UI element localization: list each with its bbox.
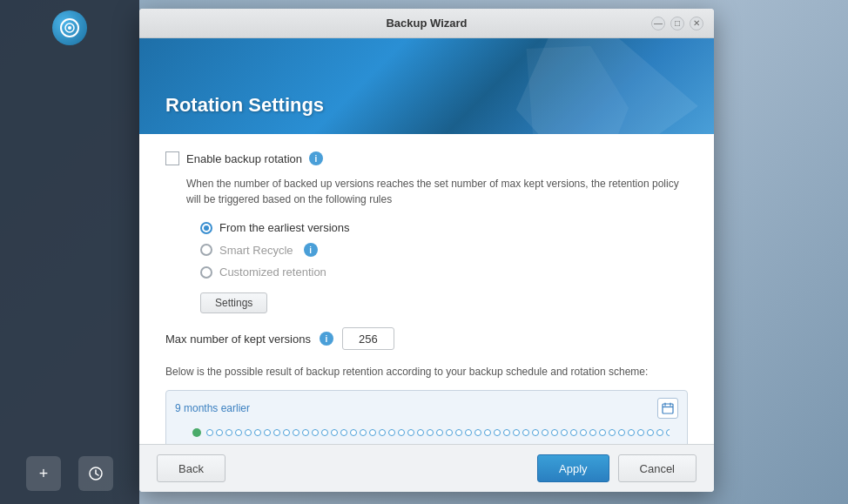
timeline-dot <box>589 429 596 436</box>
timeline-dots-container <box>192 428 670 437</box>
radio-smart-row[interactable]: Smart Recycle i <box>200 243 688 257</box>
window-maximize-button[interactable]: □ <box>670 17 684 30</box>
timeline-dot <box>245 429 252 436</box>
timeline-dot <box>216 429 223 436</box>
timeline-dot <box>331 429 338 436</box>
window-title: Backup Wizard <box>202 17 651 30</box>
calendar-icon[interactable] <box>657 398 678 419</box>
taskbar-actions: + <box>0 456 139 491</box>
svg-point-2 <box>68 26 71 30</box>
timeline-dot <box>379 429 386 436</box>
timeline-dot <box>628 429 635 436</box>
timeline-dot <box>417 429 424 436</box>
timeline-dot <box>340 429 347 436</box>
timeline-dot <box>656 429 663 436</box>
timeline-dot <box>484 429 491 436</box>
enable-rotation-info-icon[interactable]: i <box>309 151 323 165</box>
backup-wizard-window: Backup Wizard — □ ✕ Rotation Settings En… <box>139 9 714 492</box>
radio-options-group: From the earliest versions Smart Recycle… <box>200 221 688 279</box>
svg-rect-4 <box>663 404 673 413</box>
timeline-dot <box>609 429 616 436</box>
back-button[interactable]: Back <box>157 454 225 482</box>
timeline-dot <box>580 429 587 436</box>
timeline-dot <box>637 429 644 436</box>
timeline-dot <box>321 429 328 436</box>
timeline-dot <box>570 429 577 436</box>
timeline-dot <box>254 429 261 436</box>
timeline-dot <box>465 429 472 436</box>
timeline-dot <box>235 429 242 436</box>
title-bar: Backup Wizard — □ ✕ <box>139 9 714 38</box>
timeline-dot <box>293 429 299 436</box>
timeline-section: 9 months earlier <box>165 390 688 444</box>
timeline-dot <box>522 429 529 436</box>
timeline-label: 9 months earlier <box>175 402 250 414</box>
rotation-description: When the number of backed up versions re… <box>186 176 688 207</box>
add-button[interactable]: + <box>26 456 61 491</box>
max-versions-label: Max number of kept versions <box>165 333 311 346</box>
window-controls: — □ ✕ <box>651 17 703 30</box>
radio-customized-button[interactable] <box>200 266 212 279</box>
apply-button[interactable]: Apply <box>537 454 609 482</box>
max-versions-info-icon[interactable]: i <box>320 332 333 346</box>
radio-smart-label: Smart Recycle <box>219 244 293 257</box>
cancel-button[interactable]: Cancel <box>618 454 697 482</box>
timeline-dot <box>312 429 319 436</box>
timeline-dot <box>446 429 453 436</box>
timeline-start-marker <box>192 428 201 437</box>
timeline-dot <box>503 429 510 436</box>
timeline-dot <box>513 429 520 436</box>
timeline-dot <box>398 429 405 436</box>
taskbar: + <box>0 0 139 504</box>
timeline-dot <box>369 429 376 436</box>
max-versions-input[interactable] <box>342 327 394 350</box>
history-button[interactable] <box>78 456 113 491</box>
timeline-dot <box>283 429 290 436</box>
timeline-dot <box>407 429 414 436</box>
timeline-dot <box>666 429 670 436</box>
footer: Back Apply Cancel <box>139 444 714 492</box>
window-minimize-button[interactable]: — <box>651 17 665 30</box>
header-banner: Rotation Settings <box>139 38 714 134</box>
page-title: Rotation Settings <box>165 94 324 117</box>
timeline-dot <box>532 429 539 436</box>
timeline-track <box>175 424 678 441</box>
timeline-dot <box>599 429 606 436</box>
timeline-header: 9 months earlier <box>175 398 678 419</box>
radio-customized-label: Customized retention <box>219 265 326 279</box>
timeline-dot <box>455 429 462 436</box>
timeline-dot <box>427 429 434 436</box>
enable-rotation-checkbox[interactable] <box>165 151 179 165</box>
content-area: Enable backup rotation i When the number… <box>139 134 714 444</box>
radio-customized-row[interactable]: Customized retention <box>200 265 688 279</box>
timeline-dot <box>436 429 443 436</box>
timeline-dot <box>350 429 357 436</box>
window-close-button[interactable]: ✕ <box>690 17 703 30</box>
timeline-dot <box>206 429 213 436</box>
timeline-dot <box>302 429 309 436</box>
below-description: Below is the possible result of backup r… <box>165 364 688 380</box>
enable-rotation-label: Enable backup rotation <box>186 152 302 165</box>
timeline-dots-row <box>206 429 670 436</box>
timeline-dot <box>551 429 558 436</box>
timeline-dot <box>542 429 549 436</box>
timeline-dot <box>618 429 625 436</box>
smart-recycle-info-icon[interactable]: i <box>304 243 318 257</box>
timeline-dot <box>561 429 568 436</box>
desktop: + Backup Wizard — □ ✕ Rotation Settings <box>0 0 848 504</box>
radio-earliest-button[interactable] <box>200 222 212 234</box>
timeline-dot <box>360 429 367 436</box>
timeline-dot <box>474 429 481 436</box>
radio-earliest-label: From the earliest versions <box>219 221 350 234</box>
timeline-dot <box>388 429 395 436</box>
enable-rotation-row: Enable backup rotation i <box>165 151 688 165</box>
footer-right-actions: Apply Cancel <box>537 454 697 482</box>
timeline-dot <box>225 429 232 436</box>
settings-button[interactable]: Settings <box>200 292 267 313</box>
max-versions-row: Max number of kept versions i <box>165 327 688 350</box>
timeline-dot <box>273 429 280 436</box>
radio-earliest-row[interactable]: From the earliest versions <box>200 221 688 234</box>
radio-smart-button[interactable] <box>200 244 212 256</box>
timeline-dot <box>494 429 501 436</box>
timeline-dot <box>647 429 654 436</box>
